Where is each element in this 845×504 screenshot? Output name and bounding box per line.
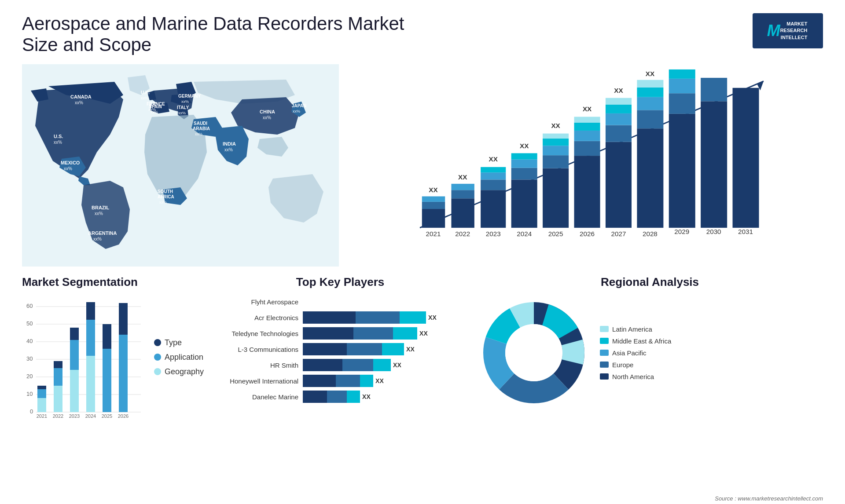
- legend-geography: Geography: [154, 367, 204, 376]
- regional-title: Regional Analysis: [477, 275, 823, 289]
- svg-text:2026: 2026: [118, 413, 129, 419]
- svg-text:30: 30: [26, 355, 33, 362]
- header: Aerospace and Marine Data Recorders Mark…: [22, 13, 823, 55]
- svg-text:SPAIN: SPAIN: [149, 104, 162, 109]
- segmentation-container: Market Segmentation 0 10 20 30 40 50 60: [22, 275, 204, 442]
- svg-text:XX: XX: [429, 186, 438, 194]
- svg-rect-58: [543, 155, 569, 168]
- svg-rect-71: [606, 142, 632, 228]
- svg-rect-53: [511, 160, 537, 168]
- svg-text:2024: 2024: [85, 413, 96, 419]
- svg-rect-72: [606, 125, 632, 142]
- svg-text:xx%: xx%: [54, 140, 62, 145]
- svg-text:0: 0: [30, 408, 33, 415]
- legend-label-europe: Europe: [612, 361, 633, 369]
- svg-rect-65: [574, 141, 600, 156]
- svg-rect-61: [543, 134, 569, 139]
- svg-rect-40: [451, 198, 474, 228]
- player-row-l3: L-3 Communications XX: [217, 343, 463, 355]
- donut-legend: Latin America Middle East & Africa Asia …: [600, 325, 671, 380]
- legend-north-america: North America: [600, 373, 671, 380]
- svg-rect-59: [543, 146, 569, 155]
- logo-box: M MARKETRESEARCHINTELLECT: [753, 13, 823, 48]
- svg-text:U.S.: U.S.: [54, 134, 63, 139]
- svg-text:xx%: xx%: [151, 110, 158, 114]
- svg-text:xx%: xx%: [181, 99, 189, 104]
- player-row-danelec: Danelec Marine XX: [217, 391, 463, 403]
- svg-rect-51: [511, 179, 537, 228]
- svg-text:60: 60: [26, 303, 33, 309]
- svg-text:GERMANY: GERMANY: [178, 94, 201, 99]
- player-xx-teledyne: XX: [419, 330, 428, 337]
- svg-text:2026: 2026: [580, 230, 595, 237]
- legend-label-mea: Middle East & Africa: [612, 337, 671, 345]
- svg-rect-119: [54, 368, 62, 386]
- svg-text:40: 40: [26, 338, 33, 344]
- svg-rect-93: [733, 88, 759, 228]
- svg-text:CHINA: CHINA: [260, 109, 275, 114]
- legend-label-type: Type: [165, 338, 182, 347]
- svg-rect-82: [637, 80, 663, 88]
- legend-color-latin-america: [600, 326, 609, 332]
- svg-rect-80: [637, 97, 663, 110]
- svg-rect-134: [103, 349, 111, 412]
- donut-chart: [477, 296, 591, 410]
- player-name-l3: L-3 Communications: [217, 346, 298, 353]
- svg-text:INDIA: INDIA: [223, 141, 236, 146]
- world-map: CANADA xx% U.S. xx% MEXICO xx% BRAZIL xx…: [22, 64, 339, 267]
- player-row-acr: Acr Electronics XX: [217, 311, 463, 324]
- player-bar-hrsmith: XX: [303, 359, 463, 371]
- svg-rect-52: [511, 168, 537, 180]
- svg-text:50: 50: [26, 320, 33, 327]
- svg-text:2030: 2030: [706, 228, 721, 235]
- legend-asia-pacific: Asia Pacific: [600, 349, 671, 357]
- svg-text:SAUDI: SAUDI: [194, 121, 207, 126]
- player-name-honeywell: Honeywell International: [217, 377, 298, 385]
- svg-text:MEXICO: MEXICO: [61, 160, 80, 165]
- svg-text:2022: 2022: [455, 230, 470, 237]
- bottom-section: Market Segmentation 0 10 20 30 40 50 60: [22, 275, 823, 442]
- svg-text:2025: 2025: [548, 230, 563, 237]
- legend-label-application: Application: [165, 353, 203, 362]
- svg-rect-47: [481, 172, 506, 179]
- svg-text:SOUTH: SOUTH: [158, 189, 173, 194]
- svg-text:2021: 2021: [426, 230, 441, 237]
- svg-text:XX: XX: [458, 173, 467, 181]
- legend-type: Type: [154, 338, 204, 347]
- legend-label-asia-pacific: Asia Pacific: [612, 349, 647, 357]
- svg-text:xx%: xx%: [195, 132, 202, 136]
- svg-rect-124: [70, 328, 79, 340]
- player-row-honeywell: Honeywell International XX: [217, 375, 463, 387]
- source-text: Source : www.marketresearchintellect.com: [715, 495, 823, 502]
- svg-rect-48: [481, 167, 506, 172]
- svg-rect-87: [669, 79, 695, 93]
- svg-text:xx%: xx%: [95, 211, 103, 216]
- svg-text:2023: 2023: [486, 230, 501, 237]
- svg-text:2023: 2023: [69, 413, 80, 419]
- svg-text:XX: XX: [489, 155, 498, 163]
- svg-rect-136: [119, 335, 128, 412]
- svg-text:2025: 2025: [102, 413, 112, 419]
- svg-rect-115: [37, 389, 46, 398]
- legend-europe: Europe: [600, 361, 671, 369]
- player-bar-teledyne: XX: [303, 327, 463, 340]
- svg-text:AFRICA: AFRICA: [158, 194, 174, 199]
- svg-rect-54: [511, 153, 537, 159]
- svg-text:10: 10: [26, 391, 33, 397]
- svg-rect-45: [481, 190, 506, 228]
- svg-text:xx%: xx%: [93, 237, 102, 241]
- svg-point-143: [505, 324, 562, 381]
- svg-text:XX: XX: [583, 105, 592, 113]
- logo-text: MARKETRESEARCHINTELLECT: [780, 21, 811, 41]
- legend-color-mea: [600, 338, 609, 344]
- svg-rect-68: [574, 117, 600, 123]
- svg-rect-114: [37, 398, 46, 412]
- svg-rect-128: [86, 302, 95, 320]
- svg-rect-36: [422, 202, 445, 209]
- svg-text:XX: XX: [520, 142, 529, 150]
- player-xx-l3: XX: [406, 346, 415, 353]
- player-bar-acr: XX: [303, 311, 463, 324]
- svg-rect-67: [574, 123, 600, 131]
- svg-text:XX: XX: [614, 87, 623, 94]
- svg-text:xx%: xx%: [141, 96, 148, 100]
